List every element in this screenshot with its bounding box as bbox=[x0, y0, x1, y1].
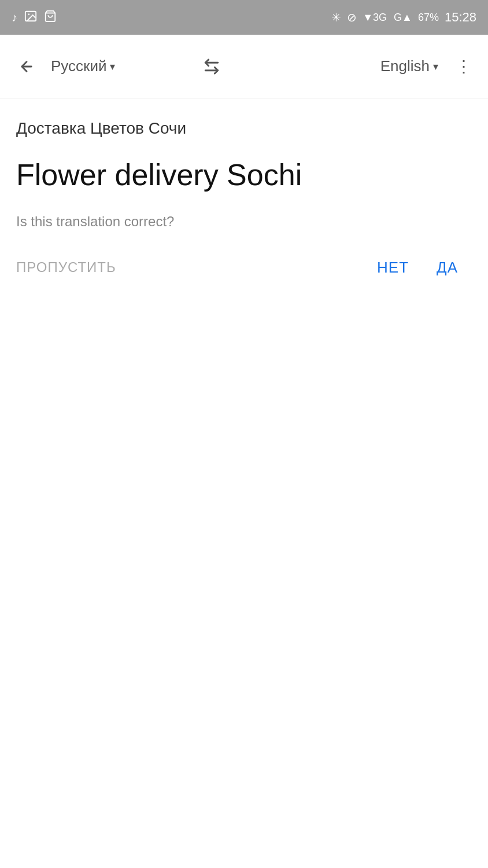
source-lang-selector[interactable]: Русский ▾ bbox=[44, 53, 122, 80]
target-lang-label: English bbox=[380, 57, 430, 75]
skip-button[interactable]: ПРОПУСТИТЬ bbox=[16, 253, 363, 281]
music-icon: ♪ bbox=[12, 11, 17, 24]
swap-languages-button[interactable] bbox=[194, 49, 229, 84]
status-icons-right: ✳ ⊘ ▼3G G▲ 67% 15:28 bbox=[331, 10, 476, 25]
source-text: Доставка Цветов Сочи bbox=[16, 117, 472, 139]
yes-button[interactable]: ДА bbox=[423, 253, 472, 282]
bag-icon bbox=[44, 10, 57, 25]
target-lang-arrow: ▾ bbox=[433, 60, 438, 73]
bluetooth-icon: ✳ bbox=[331, 10, 341, 24]
status-time: 15:28 bbox=[445, 10, 476, 25]
more-options-button[interactable]: ⋮ bbox=[450, 49, 479, 84]
toolbar-right: English ▾ ⋮ bbox=[374, 49, 479, 84]
target-lang-selector[interactable]: English ▾ bbox=[374, 53, 445, 80]
correction-question: Is this translation correct? bbox=[16, 214, 472, 230]
image-icon bbox=[24, 10, 37, 25]
signal-icon: ▼3G bbox=[363, 12, 387, 24]
source-lang-label: Русский bbox=[51, 57, 106, 75]
main-content: Доставка Цветов Сочи Flower delivery Soc… bbox=[0, 98, 488, 282]
no-signal-icon: ⊘ bbox=[347, 10, 357, 24]
translated-text: Flower delivery Sochi bbox=[16, 156, 472, 195]
battery-icon: 67% bbox=[418, 12, 439, 24]
action-row: ПРОПУСТИТЬ НЕТ ДА bbox=[16, 253, 472, 282]
more-dots-icon: ⋮ bbox=[456, 57, 473, 76]
back-button[interactable] bbox=[9, 49, 44, 84]
source-lang-arrow: ▾ bbox=[110, 60, 115, 73]
no-button[interactable]: НЕТ bbox=[363, 253, 423, 282]
status-icons-left: ♪ bbox=[12, 10, 57, 25]
toolbar: Русский ▾ English ▾ ⋮ bbox=[0, 35, 488, 98]
g-signal-icon: G▲ bbox=[394, 12, 412, 24]
status-bar: ♪ ✳ ⊘ ▼3G G▲ 67% 15:28 bbox=[0, 0, 488, 35]
svg-point-1 bbox=[28, 13, 29, 15]
